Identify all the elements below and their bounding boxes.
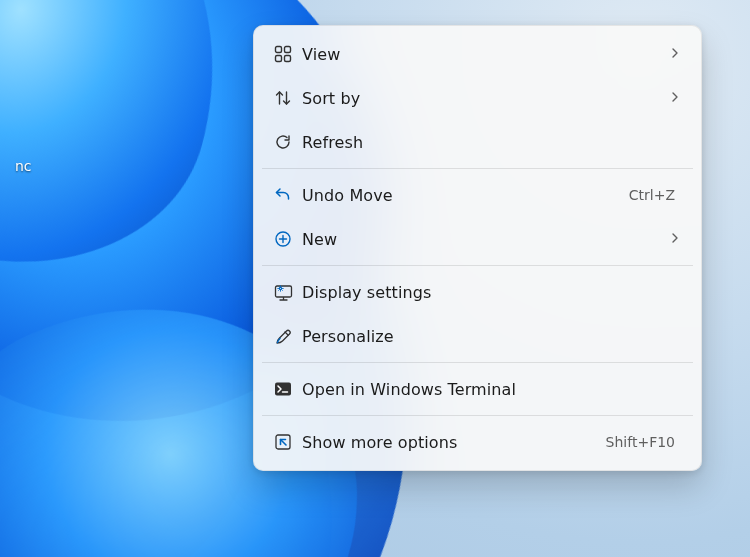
svg-rect-7 <box>275 383 291 396</box>
desktop-context-menu: View Sort by Refresh <box>253 25 702 471</box>
svg-rect-0 <box>276 47 282 53</box>
undo-icon <box>274 186 302 204</box>
refresh-icon <box>274 133 302 151</box>
menu-separator <box>262 265 693 266</box>
menu-item-terminal[interactable]: Open in Windows Terminal <box>260 367 695 411</box>
menu-separator <box>262 415 693 416</box>
menu-separator <box>262 362 693 363</box>
menu-item-label: Personalize <box>302 327 681 346</box>
new-icon <box>274 230 302 248</box>
menu-item-display-settings[interactable]: Display settings <box>260 270 695 314</box>
menu-item-view[interactable]: View <box>260 32 695 76</box>
menu-item-label: New <box>302 230 669 249</box>
menu-item-accelerator: Shift+F10 <box>606 434 675 450</box>
svg-rect-2 <box>276 56 282 62</box>
chevron-right-icon <box>669 230 681 248</box>
menu-item-label: Undo Move <box>302 186 629 205</box>
menu-item-new[interactable]: New <box>260 217 695 261</box>
terminal-icon <box>274 380 302 398</box>
menu-item-refresh[interactable]: Refresh <box>260 120 695 164</box>
chevron-right-icon <box>669 89 681 107</box>
menu-item-label: Open in Windows Terminal <box>302 380 681 399</box>
svg-rect-3 <box>285 56 291 62</box>
menu-item-accelerator: Ctrl+Z <box>629 187 675 203</box>
menu-item-undo[interactable]: Undo Move Ctrl+Z <box>260 173 695 217</box>
menu-item-label: Refresh <box>302 133 681 152</box>
show-more-options-icon <box>274 433 302 451</box>
view-icon <box>274 45 302 63</box>
menu-item-sort-by[interactable]: Sort by <box>260 76 695 120</box>
menu-item-label: Show more options <box>302 433 606 452</box>
menu-item-show-more-options[interactable]: Show more options Shift+F10 <box>260 420 695 464</box>
menu-item-label: View <box>302 45 669 64</box>
display-settings-icon <box>274 283 302 302</box>
sort-icon <box>274 89 302 107</box>
menu-item-personalize[interactable]: Personalize <box>260 314 695 358</box>
svg-rect-1 <box>285 47 291 53</box>
menu-item-label: Sort by <box>302 89 669 108</box>
menu-item-label: Display settings <box>302 283 681 302</box>
svg-rect-5 <box>276 286 292 297</box>
menu-separator <box>262 168 693 169</box>
personalize-icon <box>274 327 302 346</box>
svg-point-6 <box>279 287 281 289</box>
chevron-right-icon <box>669 45 681 63</box>
